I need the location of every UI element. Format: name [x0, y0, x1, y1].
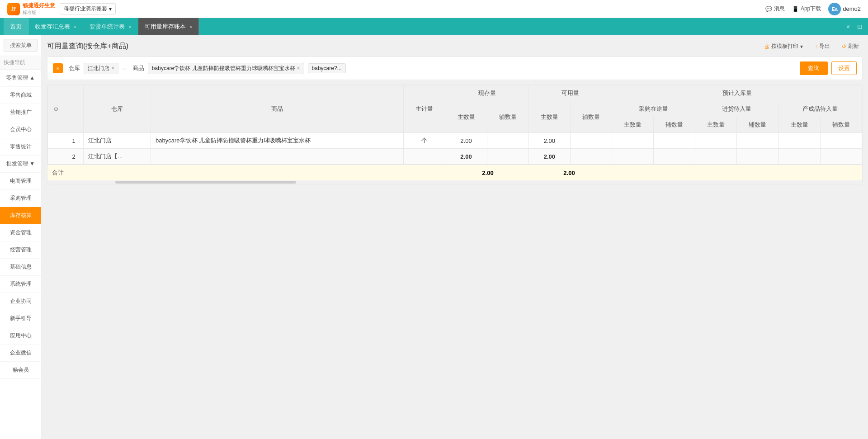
window-controls: × ⊡ — [844, 22, 864, 31]
th-product-main: 主数量 — [778, 117, 820, 133]
sidebar-item-retail-stats[interactable]: 零售统计 — [0, 138, 41, 156]
horizontal-scrollbar[interactable] — [47, 180, 862, 184]
brand-name: 畅捷通好生意 — [23, 2, 55, 9]
cell-rownum-2: 2 — [64, 149, 84, 165]
warehouse-more-icon[interactable]: ··· — [122, 65, 127, 72]
sidebar-item-retail-store[interactable]: 零售商城 — [0, 87, 41, 104]
tab-close-order[interactable]: × — [128, 24, 131, 29]
cell-purchase-main-2 — [612, 149, 654, 165]
window-maximize-btn[interactable]: ⊡ — [855, 22, 864, 31]
sidebar-item-operations[interactable]: 经营管理 — [0, 241, 41, 259]
app-download-action[interactable]: 📱 App下载 — [792, 5, 821, 13]
cell-incoming-main-2 — [695, 149, 737, 165]
product-filter-tag2[interactable]: babycare?... — [308, 63, 346, 73]
cell-incoming-aux-1 — [737, 133, 778, 149]
query-button[interactable]: 查询 — [800, 61, 828, 75]
print-icon: 🖨 — [764, 43, 769, 50]
cell-current-main-1: 2.00 — [445, 133, 487, 149]
cell-product-2 — [151, 149, 404, 165]
cell-product-aux-1 — [820, 133, 862, 149]
filter-actions: 查询 设置 — [800, 61, 857, 75]
product-filter-value2: babycare?... — [312, 65, 342, 71]
message-action[interactable]: 💬 消息 — [765, 5, 785, 13]
sidebar-item-app-center[interactable]: 应用中心 — [0, 327, 41, 345]
warehouse-filter-label: 仓库 — [68, 64, 80, 72]
warehouse-remove-icon[interactable]: × — [111, 65, 114, 71]
print-arrow-icon: ▾ — [800, 43, 803, 50]
th-available-main: 主数量 — [528, 101, 570, 133]
inventory-book-label: 可用量库存账本 — [145, 23, 186, 31]
main-layout: 搜索菜单 快捷导航 零售管理 ▲ 零售商城 营销推广 会员中心 零售统计 批发管… — [0, 35, 868, 439]
page-container: 可用量查询(按仓库+商品) 🖨 按模板打印 ▾ ↑ 导出 ↺ 刷新 — [42, 35, 868, 439]
cell-incoming-main-1 — [695, 133, 737, 149]
sidebar-item-ecommerce[interactable]: 电商管理 — [0, 173, 41, 190]
cell-settings-1 — [48, 133, 64, 149]
sidebar-item-wholesale-mgmt[interactable]: 批发管理 ▼ — [0, 156, 41, 173]
th-settings: ⚙ — [48, 85, 64, 133]
search-menu-btn[interactable]: 搜索菜单 — [4, 39, 38, 52]
th-product-aux: 辅数量 — [820, 117, 862, 133]
sidebar-item-basic-info[interactable]: 基础信息 — [0, 259, 41, 276]
cell-current-aux-2 — [487, 149, 528, 165]
order-stats-label: 要货单统计表 — [90, 23, 125, 31]
tenant-selector[interactable]: 母婴行业演示账套 ▾ — [60, 3, 116, 14]
scrollbar-thumb[interactable] — [115, 181, 296, 184]
print-action[interactable]: 🖨 按模板打印 ▾ — [760, 41, 807, 52]
user-profile[interactable]: Ea demo2 — [828, 3, 861, 15]
page-title: 可用量查询(按仓库+商品) — [47, 42, 128, 51]
th-warehouse: 仓库 — [84, 85, 151, 133]
content-area: 可用量查询(按仓库+商品) 🖨 按模板打印 ▾ ↑ 导出 ↺ 刷新 — [42, 35, 868, 439]
sidebar: 搜索菜单 快捷导航 零售管理 ▲ 零售商城 营销推广 会员中心 零售统计 批发管… — [0, 35, 42, 439]
cell-product-aux-2 — [820, 149, 862, 165]
sidebar-search-area: 搜索菜单 — [0, 35, 41, 56]
receipt-summary-label: 收发存汇总表 — [35, 23, 70, 31]
cell-warehouse-2: 江北门店【... — [84, 149, 151, 165]
cell-unit-2 — [404, 149, 445, 165]
tab-home[interactable]: 首页 — [4, 18, 28, 35]
sidebar-item-finance[interactable]: 资金管理 — [0, 224, 41, 241]
warehouse-filter-tag[interactable]: 江北门店 × — [84, 63, 118, 74]
sidebar-item-enterprise[interactable]: 企业协同 — [0, 293, 41, 310]
tab-order-stats[interactable]: 要货单统计表 × — [83, 18, 138, 35]
th-purchase-aux: 辅数量 — [654, 117, 695, 133]
th-expected-in: 预计入库量 — [612, 85, 862, 101]
sidebar-item-marketing[interactable]: 营销推广 — [0, 104, 41, 121]
sidebar-item-newbie[interactable]: 新手引导 — [0, 310, 41, 327]
table-row: 1 江北门店 babycare学饮杯 儿童防摔防撞吸管杯重力球吸嘴杯宝宝水杯 个… — [48, 133, 862, 149]
export-action[interactable]: ↑ 导出 — [811, 41, 834, 52]
cell-settings-2 — [48, 149, 64, 165]
page-header: 可用量查询(按仓库+商品) 🖨 按模板打印 ▾ ↑ 导出 ↺ 刷新 — [47, 41, 863, 52]
sidebar-item-enterprise-wechat[interactable]: 企业微信 — [0, 345, 41, 362]
settings-icon[interactable]: ⚙ — [53, 106, 59, 113]
top-bar-right: 💬 消息 📱 App下载 Ea demo2 — [765, 3, 861, 15]
window-close-btn[interactable]: × — [844, 22, 852, 31]
cell-product-main-2 — [778, 149, 820, 165]
sidebar-item-retail-mgmt[interactable]: 零售管理 ▲ — [0, 70, 41, 87]
filter-expand-btn[interactable]: » — [53, 63, 63, 73]
sidebar-item-member-center[interactable]: 会员中心 — [0, 121, 41, 138]
sidebar-item-system[interactable]: 系统管理 — [0, 276, 41, 293]
tab-close-inventory[interactable]: × — [189, 24, 192, 29]
table-container: ⚙ 仓库 商品 主计量 现存量 可用量 预计入库量 主数量 辅数 — [47, 85, 863, 184]
tab-inventory-book[interactable]: 可用量库存账本 × — [138, 18, 199, 35]
sidebar-item-procurement[interactable]: 采购管理 — [0, 190, 41, 207]
setting-button[interactable]: 设置 — [831, 61, 857, 75]
sidebar-item-member[interactable]: 畅会员 — [0, 362, 41, 379]
cell-product-main-1 — [778, 133, 820, 149]
sidebar-item-inventory[interactable]: 库存核算 — [0, 207, 41, 224]
product1-remove-icon[interactable]: × — [297, 65, 300, 71]
home-tab-label: 首页 — [10, 23, 22, 31]
quick-nav-label: 快捷导航 — [0, 56, 41, 70]
print-label: 按模板打印 — [771, 42, 798, 50]
cell-warehouse-1: 江北门店 — [84, 133, 151, 149]
table-body: 1 江北门店 babycare学饮杯 儿童防摔防撞吸管杯重力球吸嘴杯宝宝水杯 个… — [48, 133, 862, 165]
tab-close-receipt[interactable]: × — [74, 24, 76, 29]
warehouse-filter-group: 仓库 江北门店 × ··· — [68, 63, 127, 74]
product-filter-group: 商品 babycare学饮杯 儿童防摔防撞吸管杯重力球吸嘴杯宝宝水杯 × bab… — [132, 63, 346, 74]
inventory-table: ⚙ 仓库 商品 主计量 现存量 可用量 预计入库量 主数量 辅数 — [47, 85, 862, 165]
refresh-action[interactable]: ↺ 刷新 — [838, 41, 863, 52]
product-filter-tag1[interactable]: babycare学饮杯 儿童防摔防撞吸管杯重力球吸嘴杯宝宝水杯 × — [148, 63, 304, 74]
th-product: 商品 — [151, 85, 404, 133]
tab-receipt-summary[interactable]: 收发存汇总表 × — [28, 18, 83, 35]
brand-sub: 标准版 — [23, 9, 55, 15]
